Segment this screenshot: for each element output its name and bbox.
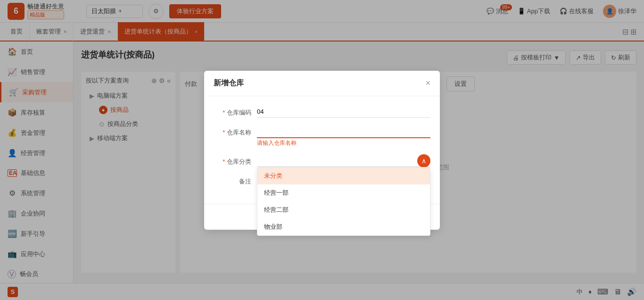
category-input[interactable]: [257, 155, 430, 167]
dropdown-item-dept3[interactable]: 物业部: [257, 218, 430, 235]
remark-label: 备注: [214, 175, 251, 186]
dropdown-item-uncategorized[interactable]: 未分类: [257, 167, 430, 184]
name-label: 仓库名称: [214, 125, 251, 137]
field-row-code: 仓库编码: [214, 106, 430, 118]
category-wrapper: ∧ 未分类 经营一部 经营二部 物业部: [257, 155, 430, 167]
name-error: 请输入仓库名称: [257, 139, 430, 147]
modal-title: 新增仓库: [214, 78, 244, 88]
code-input[interactable]: [257, 106, 430, 118]
name-wrapper: 请输入仓库名称: [257, 125, 430, 147]
dropdown-item-dept2[interactable]: 经营二部: [257, 201, 430, 218]
category-dropdown: 未分类 经营一部 经营二部 物业部: [257, 167, 430, 236]
field-row-name: 仓库名称 请输入仓库名称: [214, 125, 430, 147]
modal-header: 新增仓库 ×: [204, 71, 440, 96]
category-label: 仓库分类: [214, 155, 251, 166]
modal-close-button[interactable]: ×: [425, 78, 430, 88]
modal-body: 仓库编码 仓库名称 请输入仓库名称 仓库分类 ∧: [204, 96, 440, 204]
field-row-category: 仓库分类 ∧ 未分类 经营一部 经营二部 物业部: [214, 155, 430, 167]
code-wrapper: [257, 106, 430, 118]
category-arrow-icon[interactable]: ∧: [417, 154, 430, 167]
name-input[interactable]: [257, 125, 430, 138]
code-label: 仓库编码: [214, 106, 251, 117]
modal-overlay: 新增仓库 × 仓库编码 仓库名称 请输入仓库名称 仓库分类: [0, 0, 644, 300]
dropdown-item-dept1[interactable]: 经营一部: [257, 184, 430, 201]
add-warehouse-modal: 新增仓库 × 仓库编码 仓库名称 请输入仓库名称 仓库分类: [204, 71, 440, 230]
